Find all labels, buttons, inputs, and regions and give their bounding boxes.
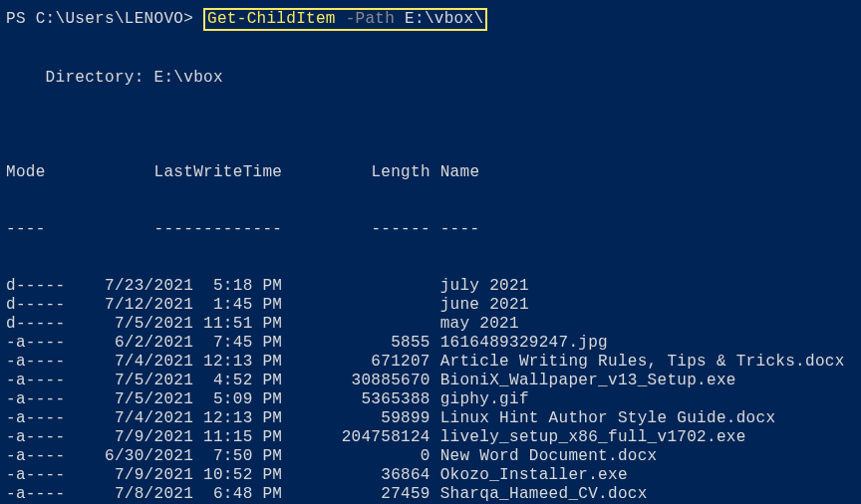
col-underline: ------ <box>282 220 430 238</box>
table-row: -a---- 7/5/2021 5:09 PM 5365388 giphy.gi… <box>6 390 855 409</box>
col-header-lastwritetime: LastWriteTime <box>65 163 282 181</box>
table-row: d----- 7/12/2021 1:45 PM june 2021 <box>6 296 855 315</box>
prompt-prefix: PS C:\Users\LENOVO> <box>6 10 203 28</box>
table-row: d----- 7/5/2021 11:51 PM may 2021 <box>6 315 855 334</box>
col-underline: ------------- <box>65 220 282 238</box>
col-header-mode: Mode <box>6 163 65 181</box>
col-underline: ---- <box>440 220 480 238</box>
col-header-name: Name <box>440 163 480 181</box>
command-highlight: Get-ChildItem -Path E:\vbox\ <box>203 8 487 31</box>
table-row: -a---- 7/5/2021 4:52 PM 30885670 BioniX_… <box>6 372 855 390</box>
table-row: -a---- 7/9/2021 11:15 PM 204758124 livel… <box>6 428 855 447</box>
table-row: -a---- 7/9/2021 10:52 PM 36864 Okozo_Ins… <box>6 466 855 485</box>
table-row: -a---- 7/8/2021 6:48 PM 27459 Sharqa_Ham… <box>6 485 855 504</box>
table-row: -a---- 6/2/2021 7:45 PM 5855 16164893292… <box>6 334 855 353</box>
col-underline: ---- <box>6 220 65 238</box>
table-row: d----- 7/23/2021 5:18 PM july 2021 <box>6 277 855 296</box>
command-cmdlet: Get-ChildItem <box>207 10 336 28</box>
col-header-length: Length <box>282 163 430 181</box>
table-header-row: Mode LastWriteTime Length Name <box>6 163 855 182</box>
command-param: -Path <box>336 10 405 28</box>
table-row: -a---- 7/4/2021 12:13 PM 59899 Linux Hin… <box>6 409 855 428</box>
prompt-line-1[interactable]: PS C:\Users\LENOVO> Get-ChildItem -Path … <box>6 8 855 31</box>
directory-header: Directory: E:\vbox <box>6 69 855 88</box>
command-path: E:\vbox\ <box>405 10 483 28</box>
table-row: -a---- 7/4/2021 12:13 PM 671207 Article … <box>6 353 855 372</box>
table-header-underline: ---- ------------- ------ ---- <box>6 220 855 239</box>
table-row: -a---- 6/30/2021 7:50 PM 0 New Word Docu… <box>6 447 855 466</box>
output-table: Mode LastWriteTime Length Name ---- ----… <box>6 126 855 504</box>
